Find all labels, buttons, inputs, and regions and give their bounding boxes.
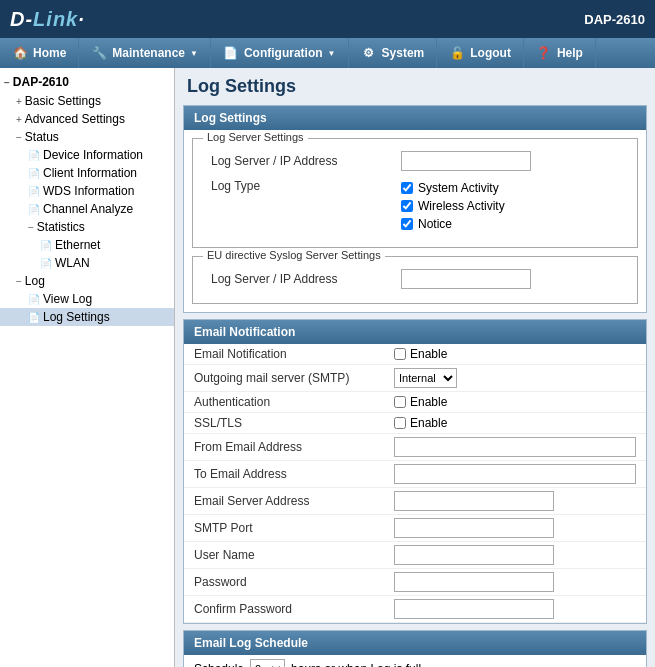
sidebar-item-wlan[interactable]: 📄 WLAN [0, 254, 174, 272]
nav-help[interactable]: ❓ Help [524, 38, 596, 68]
sidebar-item-label: DAP-2610 [13, 75, 69, 89]
system-activity-row: System Activity [401, 179, 505, 197]
logo: D-Link· [10, 8, 85, 31]
to-email-label: To Email Address [194, 467, 394, 481]
nav-maintenance[interactable]: 🔧 Maintenance ▼ [79, 38, 211, 68]
main-layout: − DAP-2610 + Basic Settings + Advanced S… [0, 68, 655, 667]
doc-icon: 📄 [28, 294, 40, 305]
minus-icon: − [4, 77, 10, 88]
sidebar-item-label: Status [25, 130, 59, 144]
log-server-fieldset: Log Server Settings Log Server / IP Addr… [192, 138, 638, 248]
ssl-tls-checkbox[interactable] [394, 417, 406, 429]
eu-directive-legend: EU directive Syslog Server Settings [203, 249, 385, 261]
nav-logout[interactable]: 🔓 Logout [437, 38, 524, 68]
sidebar-item-ethernet[interactable]: 📄 Ethernet [0, 236, 174, 254]
username-input[interactable] [394, 545, 554, 565]
log-server-legend: Log Server Settings [203, 131, 308, 143]
from-email-input[interactable] [394, 437, 636, 457]
eu-log-server-label: Log Server / IP Address [211, 272, 401, 286]
smtp-port-label: SMTP Port [194, 521, 394, 535]
to-email-input[interactable] [394, 464, 636, 484]
ssl-tls-label: SSL/TLS [194, 416, 394, 430]
log-settings-header: Log Settings [184, 106, 646, 130]
configuration-icon: 📄 [223, 45, 239, 61]
sidebar-item-dap2610[interactable]: − DAP-2610 [0, 72, 174, 92]
nav-help-label: Help [557, 46, 583, 60]
email-notification-row: Email Notification Enable [184, 344, 646, 365]
minus-icon: − [28, 222, 34, 233]
sidebar-item-log-settings[interactable]: 📄 Log Settings [0, 308, 174, 326]
sidebar-item-label: Basic Settings [25, 94, 101, 108]
authentication-row: Authentication Enable [184, 392, 646, 413]
sidebar-item-label: View Log [43, 292, 92, 306]
password-input[interactable] [394, 572, 554, 592]
nav-home-label: Home [33, 46, 66, 60]
minus-icon: − [16, 276, 22, 287]
email-notification-section: Email Notification Email Notification En… [183, 319, 647, 624]
schedule-suffix: hours or when Log is full [291, 662, 421, 667]
maintenance-icon: 🔧 [91, 45, 107, 61]
sidebar-item-channel-analyze[interactable]: 📄 Channel Analyze [0, 200, 174, 218]
help-icon: ❓ [536, 45, 552, 61]
home-icon: 🏠 [12, 45, 28, 61]
doc-icon: 📄 [28, 204, 40, 215]
smtp-port-input[interactable] [394, 518, 554, 538]
log-server-ip-input[interactable] [401, 151, 531, 171]
nav-maintenance-label: Maintenance [112, 46, 185, 60]
log-type-label: Log Type [211, 179, 401, 193]
sidebar-item-view-log[interactable]: 📄 View Log [0, 290, 174, 308]
sidebar-item-statistics[interactable]: − Statistics [0, 218, 174, 236]
nav-logout-label: Logout [470, 46, 511, 60]
plus-icon: + [16, 114, 22, 125]
doc-icon: 📄 [40, 240, 52, 251]
confirm-password-input[interactable] [394, 599, 554, 619]
smtp-server-label: Outgoing mail server (SMTP) [194, 371, 394, 385]
password-row: Password [184, 569, 646, 596]
log-type-row: Log Type System Activity Wireless Activi… [203, 175, 627, 237]
nav-system[interactable]: ⚙ System [349, 38, 438, 68]
wireless-activity-row: Wireless Activity [401, 197, 505, 215]
sidebar-item-basic-settings[interactable]: + Basic Settings [0, 92, 174, 110]
sidebar-item-client-info[interactable]: 📄 Client Information [0, 164, 174, 182]
eu-directive-fieldset: EU directive Syslog Server Settings Log … [192, 256, 638, 304]
sidebar-item-status[interactable]: − Status [0, 128, 174, 146]
sidebar-item-advanced-settings[interactable]: + Advanced Settings [0, 110, 174, 128]
sidebar-item-label: Device Information [43, 148, 143, 162]
sidebar-item-label: Channel Analyze [43, 202, 133, 216]
model-name: DAP-2610 [584, 12, 645, 27]
doc-icon: 📄 [28, 150, 40, 161]
system-activity-label: System Activity [418, 181, 499, 195]
sidebar-item-label: Log Settings [43, 310, 110, 324]
smtp-server-select[interactable]: Internal External [394, 368, 457, 388]
chevron-down-icon: ▼ [328, 49, 336, 58]
minus-icon: − [16, 132, 22, 143]
nav-configuration[interactable]: 📄 Configuration ▼ [211, 38, 349, 68]
doc-icon: 📄 [28, 168, 40, 179]
sidebar-item-wds-info[interactable]: 📄 WDS Information [0, 182, 174, 200]
notice-checkbox[interactable] [401, 218, 413, 230]
email-notification-checkbox[interactable] [394, 348, 406, 360]
eu-log-server-input[interactable] [401, 269, 531, 289]
system-activity-checkbox[interactable] [401, 182, 413, 194]
authentication-checkbox[interactable] [394, 396, 406, 408]
log-server-ip-label: Log Server / IP Address [211, 154, 401, 168]
ssl-tls-enable-label: Enable [410, 416, 447, 430]
to-email-row: To Email Address [184, 461, 646, 488]
from-email-row: From Email Address [184, 434, 646, 461]
chevron-down-icon: ▼ [190, 49, 198, 58]
log-server-ip-row: Log Server / IP Address [203, 147, 627, 175]
doc-icon: 📄 [28, 186, 40, 197]
sidebar-item-label: Statistics [37, 220, 85, 234]
sidebar-item-device-info[interactable]: 📄 Device Information [0, 146, 174, 164]
email-server-input[interactable] [394, 491, 554, 511]
email-notification-header: Email Notification [184, 320, 646, 344]
ssl-tls-row: SSL/TLS Enable [184, 413, 646, 434]
sidebar-item-label: Log [25, 274, 45, 288]
nav-home[interactable]: 🏠 Home [0, 38, 79, 68]
sidebar-item-log[interactable]: − Log [0, 272, 174, 290]
nav-system-label: System [382, 46, 425, 60]
confirm-password-row: Confirm Password [184, 596, 646, 623]
schedule-select[interactable]: 0 1 2 6 12 24 [250, 659, 285, 667]
authentication-label: Authentication [194, 395, 394, 409]
wireless-activity-checkbox[interactable] [401, 200, 413, 212]
